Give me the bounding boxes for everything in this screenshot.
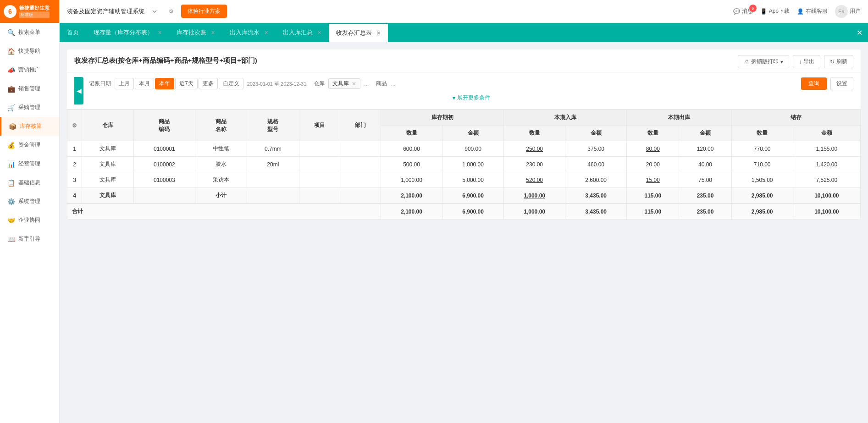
sidebar-item-quick[interactable]: 🏠 快捷导航: [0, 42, 59, 60]
export-button[interactable]: ↓ 导出: [793, 55, 820, 68]
filter-7days[interactable]: 近7天: [175, 78, 198, 89]
row-balance-amt: 10,100.00: [793, 188, 860, 204]
sidebar-item-label: 经营管理: [18, 160, 40, 168]
basic-icon: 📋: [7, 179, 15, 187]
row-no: 1: [67, 141, 82, 157]
tab-inout-flow-close[interactable]: ✕: [264, 30, 268, 36]
row-out-qty[interactable]: 20.00: [627, 157, 679, 172]
tab-batch[interactable]: 库存批次账 ✕: [169, 23, 222, 42]
row-spec: 20ml: [247, 157, 299, 172]
row-dept: [340, 172, 381, 188]
refresh-button[interactable]: ↻ 刷新: [824, 55, 853, 68]
row-warehouse: 文具库: [82, 141, 134, 157]
row-no: 3: [67, 172, 82, 188]
tab-bar-close[interactable]: ✕: [851, 28, 868, 37]
settings-button[interactable]: 设置: [830, 77, 853, 90]
sidebar-item-basic[interactable]: 📋 基础信息: [0, 173, 59, 192]
sidebar-item-inventory[interactable]: 📦 库存核算: [0, 117, 59, 136]
row-opening-amt: 1,000.00: [442, 157, 504, 172]
sidebar-item-system[interactable]: ⚙️ 系统管理: [0, 192, 59, 211]
sidebar-item-sales[interactable]: 💼 销售管理: [0, 79, 59, 98]
tab-inventory-dist-close[interactable]: ✕: [158, 30, 162, 36]
row-no: 4: [67, 188, 82, 204]
tab-batch-label: 库存批次账: [177, 28, 206, 37]
row-no: 2: [67, 157, 82, 172]
filter-this-year[interactable]: 本年: [155, 78, 174, 89]
user-menu[interactable]: Ea 用户: [835, 5, 861, 18]
warehouse-tag-remove[interactable]: ✕: [352, 81, 356, 87]
sidebar-item-guide[interactable]: 📖 新手引导: [0, 230, 59, 248]
warehouse-more[interactable]: ...: [364, 81, 369, 87]
tab-inout-summary-label: 出入库汇总: [283, 28, 313, 37]
sidebar-item-operation[interactable]: 📊 经营管理: [0, 154, 59, 173]
sidebar-item-marketing[interactable]: 📣 营销推广: [0, 60, 59, 79]
tab-inventory-dist[interactable]: 现存量（库存分布表） ✕: [86, 23, 169, 42]
tab-inout-summary-close[interactable]: ✕: [317, 30, 321, 36]
row-code: 0100001: [133, 141, 195, 157]
tab-receive-summary-close[interactable]: ✕: [376, 30, 381, 36]
row-balance-qty: 2,985.00: [731, 188, 793, 204]
sidebar-item-label: 新手引导: [18, 235, 40, 243]
row-out-qty[interactable]: 80.00: [627, 141, 679, 157]
row-in-qty[interactable]: 230.00: [504, 157, 565, 172]
app-download-button[interactable]: 📱 App下载: [760, 7, 790, 15]
footer-balance-amt: 10,100.00: [793, 203, 860, 220]
filter-last-month[interactable]: 上月: [115, 78, 134, 89]
inventory-icon: 📦: [9, 123, 16, 130]
row-in-qty[interactable]: 250.00: [504, 141, 565, 157]
query-button[interactable]: 查询: [801, 77, 827, 90]
filter-content: 记账日期 上月 本月 本年 近7天 更多 自定义 2023-01-01 至 20…: [83, 77, 853, 104]
print-button[interactable]: 🖨 拆锁版打印 ▾: [738, 55, 789, 68]
tab-receive-summary[interactable]: 收发存汇总表 ✕: [329, 23, 388, 42]
tab-inout-summary[interactable]: 出入库汇总 ✕: [276, 23, 329, 42]
tab-inventory-dist-label: 现存量（库存分布表）: [94, 28, 153, 37]
filter-this-month[interactable]: 本月: [135, 78, 154, 89]
row-in-qty[interactable]: 520.00: [504, 172, 565, 188]
row-project: [299, 188, 340, 204]
filter-area: ◀ 记账日期 上月 本月 本年 近7天 更多: [67, 72, 861, 110]
row-in-amt: 2,600.00: [565, 172, 627, 188]
tab-batch-close[interactable]: ✕: [211, 30, 215, 36]
row-spec: 0.7mm: [247, 141, 299, 157]
row-out-qty[interactable]: 15.00: [627, 172, 679, 188]
th-dept: 部门: [340, 110, 381, 141]
table-footer: 合计 2,100.00 6,900.00 1,000.00 3,435.00 1…: [67, 203, 861, 220]
refresh-icon: ↻: [830, 59, 835, 65]
sidebar-item-label: 快捷导航: [18, 47, 40, 55]
page-area: 收发存汇总表(按仓库+商品编码+商品+规格型号+项目+部门) 🖨 拆锁版打印 ▾…: [60, 42, 868, 423]
collapse-button[interactable]: ◀: [74, 77, 83, 104]
search-icon: 🔍: [7, 29, 15, 36]
tab-home[interactable]: 首页: [60, 23, 86, 42]
trial-button[interactable]: 体验行业方案: [181, 5, 227, 18]
sidebar-item-enterprise[interactable]: 🤝 企业协同: [0, 211, 59, 230]
row-name: 采访本: [195, 172, 247, 188]
row-out-qty: 115.00: [627, 188, 679, 204]
table-settings-col[interactable]: ⚙: [67, 110, 82, 141]
message-button[interactable]: 💬 消息 6: [733, 7, 753, 15]
sidebar-item-search[interactable]: 🔍 搜索菜单: [0, 23, 59, 42]
online-service-button[interactable]: 👤 在线客服: [797, 7, 828, 15]
purchase-icon: 🛒: [7, 104, 15, 111]
table-row: 3文具库0100003采访本1,000.005,000.00520.002,60…: [67, 172, 861, 188]
app-label: App下载: [769, 7, 790, 15]
row-out-amt: 120.00: [679, 141, 731, 157]
goods-more[interactable]: ...: [391, 81, 395, 87]
topbar-right: 💬 消息 6 📱 App下载 👤 在线客服 Ea 用户: [733, 5, 861, 18]
filter-custom[interactable]: 自定义: [219, 78, 243, 89]
warehouse-tag[interactable]: 文具库 ✕: [328, 78, 360, 89]
settings-icon[interactable]: ⚙: [165, 5, 177, 18]
warehouse-filter-section: 仓库 文具库 ✕ ...: [314, 78, 369, 89]
expand-button[interactable]: ▾ 展开更多条件: [453, 94, 490, 102]
tab-inout-flow[interactable]: 出入库流水 ✕: [222, 23, 276, 42]
system-dropdown[interactable]: [148, 5, 161, 18]
th-warehouse: 仓库: [82, 110, 134, 141]
row-out-amt: 235.00: [679, 188, 731, 204]
sidebar-item-capital[interactable]: 💰 资金管理: [0, 136, 59, 154]
row-in-qty[interactable]: 1,000.00: [504, 188, 565, 204]
service-label: 在线客服: [806, 7, 828, 15]
sidebar-item-purchase[interactable]: 🛒 采购管理: [0, 98, 59, 117]
row-warehouse: 文具库: [82, 188, 134, 204]
date-range: 2023-01-01 至 2023-12-31: [247, 81, 307, 88]
filter-more[interactable]: 更多: [199, 78, 218, 89]
footer-out-amt: 235.00: [679, 203, 731, 220]
